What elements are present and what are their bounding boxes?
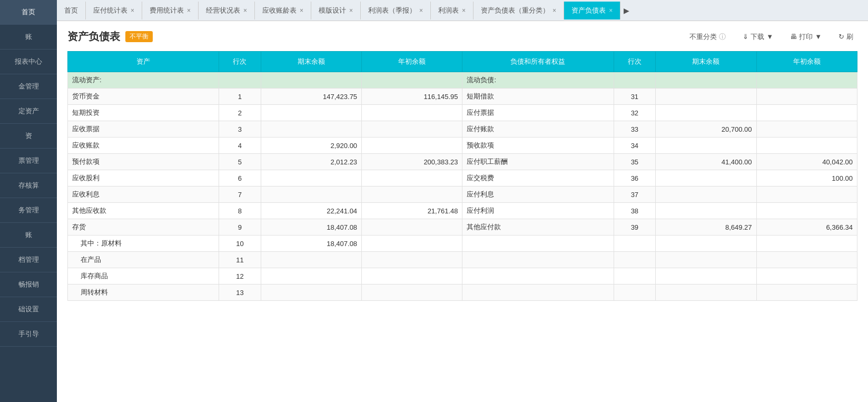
no-reclassify-btn[interactable]: 不重分类 ⓘ <box>685 30 730 44</box>
liability-year-start[interactable] <box>756 105 857 121</box>
liability-label[interactable]: 应付票据 <box>462 105 614 121</box>
liability-year-start[interactable]: 40,042.00 <box>756 154 857 170</box>
liability-period-end[interactable] <box>656 89 756 105</box>
sidebar-item-home[interactable]: 首页 <box>0 0 57 25</box>
sidebar-item-guide[interactable]: 手引导 <box>0 322 57 347</box>
refresh-btn[interactable]: ↻ 刷 <box>834 30 857 44</box>
sidebar-item-tax-mgmt[interactable]: 务管理 <box>0 198 57 223</box>
asset-year-start[interactable]: 21,761.48 <box>362 203 462 219</box>
liability-period-end[interactable] <box>656 285 756 301</box>
liability-year-start[interactable] <box>756 89 857 105</box>
asset-year-start[interactable] <box>362 187 462 203</box>
liability-period-end[interactable] <box>656 138 756 154</box>
asset-period-end[interactable] <box>261 268 361 285</box>
liability-label[interactable]: 短期借款 <box>462 89 614 105</box>
asset-period-end[interactable]: 18,407.08 <box>261 219 361 236</box>
liability-year-start[interactable] <box>756 236 857 252</box>
asset-year-start[interactable] <box>362 105 462 121</box>
sidebar-item-report-center[interactable]: 报表中心 <box>0 50 57 74</box>
asset-year-start[interactable] <box>362 236 462 252</box>
sidebar-item-capital[interactable]: 资 <box>0 124 57 149</box>
liability-period-end[interactable] <box>656 187 756 203</box>
sidebar-item-ledger[interactable]: 账 <box>0 25 57 50</box>
liability-year-start[interactable] <box>756 121 857 138</box>
liability-label[interactable]: 预收款项 <box>462 138 614 154</box>
asset-period-end[interactable]: 18,407.08 <box>261 236 361 252</box>
liability-year-start[interactable] <box>756 252 857 268</box>
liability-year-start[interactable] <box>756 285 857 301</box>
tab-close-payable-stats[interactable]: × <box>131 7 134 14</box>
tab-close-profit[interactable]: × <box>462 7 466 14</box>
liability-year-start[interactable] <box>756 187 857 203</box>
asset-year-start[interactable]: 116,145.95 <box>362 89 462 105</box>
liability-period-end[interactable] <box>656 236 756 252</box>
asset-period-end[interactable]: 2,012.23 <box>261 154 361 170</box>
asset-label[interactable]: 货币资金 <box>68 89 219 105</box>
tab-close-balance[interactable]: × <box>609 7 613 14</box>
tab-close-balance-reclassify[interactable]: × <box>553 7 556 14</box>
tab-close-expense-stats[interactable]: × <box>187 7 191 14</box>
liability-year-start[interactable]: 100.00 <box>756 170 857 187</box>
asset-period-end[interactable] <box>261 121 361 138</box>
asset-label[interactable]: 应收股利 <box>68 170 219 187</box>
liability-period-end[interactable]: 8,649.27 <box>656 219 756 236</box>
tab-balance-reclassify[interactable]: 资产负债表（重分类） × <box>474 2 564 19</box>
asset-period-end[interactable] <box>261 252 361 268</box>
asset-label[interactable]: 存货 <box>68 219 219 236</box>
sidebar-item-cash-mgmt[interactable]: 金管理 <box>0 74 57 99</box>
tab-close-template-design[interactable]: × <box>349 7 353 14</box>
sidebar-item-fixed-assets[interactable]: 定资产 <box>0 99 57 124</box>
asset-year-start[interactable] <box>362 121 462 138</box>
liability-period-end[interactable] <box>656 105 756 121</box>
tab-nav-right[interactable]: ▶ <box>620 2 633 19</box>
asset-label[interactable]: 在产品 <box>68 252 219 268</box>
tab-home[interactable]: 首页 <box>57 2 86 19</box>
sidebar-item-settings[interactable]: 础设置 <box>0 297 57 322</box>
liability-period-end[interactable]: 41,400.00 <box>656 154 756 170</box>
liability-label[interactable]: 应付职工薪酬 <box>462 154 614 170</box>
asset-label[interactable]: 应收利息 <box>68 187 219 203</box>
asset-period-end[interactable] <box>261 285 361 301</box>
asset-year-start[interactable] <box>362 268 462 285</box>
liability-label[interactable] <box>462 252 614 268</box>
tab-template-design[interactable]: 模版设计 × <box>311 2 361 19</box>
tab-balance[interactable]: 资产负债表 × <box>564 2 620 19</box>
asset-period-end[interactable] <box>261 187 361 203</box>
liability-label[interactable] <box>462 285 614 301</box>
asset-year-start[interactable] <box>362 219 462 236</box>
liability-label[interactable]: 其他应付款 <box>462 219 614 236</box>
tab-operations[interactable]: 经营状况表 × <box>199 2 255 19</box>
asset-label[interactable]: 库存商品 <box>68 268 219 285</box>
asset-year-start[interactable] <box>362 170 462 187</box>
asset-label[interactable]: 短期投资 <box>68 105 219 121</box>
sidebar-item-account[interactable]: 账 <box>0 223 57 248</box>
download-btn[interactable]: ⇓ 下载 ▼ <box>738 30 777 44</box>
sidebar-item-expense[interactable]: 畅报销 <box>0 272 57 297</box>
liability-label[interactable] <box>462 268 614 285</box>
liability-year-start[interactable] <box>756 203 857 219</box>
asset-period-end[interactable]: 2,920.00 <box>261 138 361 154</box>
asset-year-start[interactable] <box>362 252 462 268</box>
liability-year-start[interactable]: 6,366.34 <box>756 219 857 236</box>
sidebar-item-inventory[interactable]: 存核算 <box>0 173 57 198</box>
asset-year-start[interactable] <box>362 285 462 301</box>
liability-period-end[interactable] <box>656 170 756 187</box>
asset-label[interactable]: 预付款项 <box>68 154 219 170</box>
tab-close-receivable-aging[interactable]: × <box>300 7 303 14</box>
liability-period-end[interactable] <box>656 252 756 268</box>
tab-profit[interactable]: 利润表 × <box>431 2 474 19</box>
tab-payable-stats[interactable]: 应付统计表 × <box>86 2 142 19</box>
liability-label[interactable]: 应付账款 <box>462 121 614 138</box>
liability-label[interactable]: 应交税费 <box>462 170 614 187</box>
liability-year-start[interactable] <box>756 138 857 154</box>
asset-period-end[interactable]: 147,423.75 <box>261 89 361 105</box>
tab-receivable-aging[interactable]: 应收账龄表 × <box>255 2 311 19</box>
asset-label[interactable]: 应收账款 <box>68 138 219 154</box>
asset-year-start[interactable]: 200,383.23 <box>362 154 462 170</box>
tab-close-profit-quarterly[interactable]: × <box>419 7 423 14</box>
asset-period-end[interactable]: 22,241.04 <box>261 203 361 219</box>
asset-year-start[interactable] <box>362 138 462 154</box>
liability-label[interactable] <box>462 236 614 252</box>
liability-label[interactable]: 应付利润 <box>462 203 614 219</box>
liability-label[interactable]: 应付利息 <box>462 187 614 203</box>
